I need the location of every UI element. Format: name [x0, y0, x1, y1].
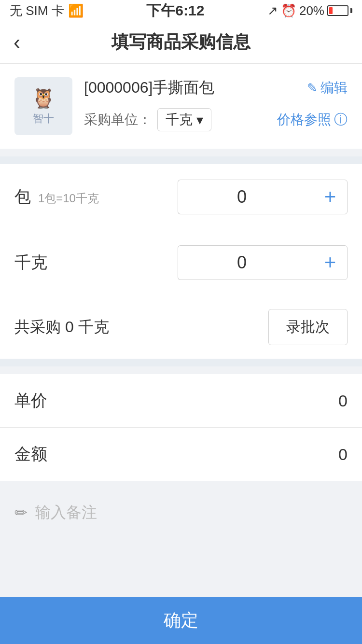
product-image: 🦉 智十: [14, 77, 72, 135]
summary-unit: 千克: [78, 318, 109, 336]
section-divider-2: [0, 359, 362, 366]
amount-row: 金额 0: [0, 428, 362, 481]
unit-price-label: 单价: [14, 390, 47, 412]
unit-price-value: 0: [338, 392, 348, 410]
bag-sublabel: 1包=10千克: [38, 192, 99, 205]
product-logo-icon: 🦉: [31, 87, 56, 110]
status-left: 无 SIM 卡 📶: [10, 2, 84, 19]
kg-label: 千克: [14, 252, 47, 274]
summary-row: 共采购 0 千克 录批次: [0, 295, 362, 359]
kg-input-group: +: [178, 245, 348, 280]
bag-input-group: +: [178, 180, 348, 214]
unit-label: 采购单位：: [84, 111, 152, 129]
battery-percent: 20%: [299, 3, 324, 18]
remarks-placeholder: 输入备注: [35, 502, 97, 523]
kg-input[interactable]: [178, 245, 313, 280]
back-button[interactable]: ‹: [14, 32, 20, 53]
price-ref-icon: ⓘ: [334, 111, 348, 129]
bag-label-group: 包 1包=10千克: [14, 186, 99, 208]
bag-plus-button[interactable]: +: [313, 180, 348, 214]
bag-input[interactable]: [178, 180, 313, 214]
price-reference-button[interactable]: 价格参照 ⓘ: [277, 111, 348, 129]
unit-row: 采购单位： 千克 ▾: [84, 108, 211, 131]
unit-dropdown-icon: ▾: [196, 112, 203, 128]
status-time: 下午6:12: [146, 1, 204, 21]
form-section-kg: 千克 +: [0, 230, 362, 295]
form-section-bag: 包 1包=10千克 +: [0, 164, 362, 230]
sim-signal: 无 SIM 卡: [10, 2, 64, 19]
battery-icon: [327, 5, 352, 16]
kg-plus-button[interactable]: +: [313, 245, 348, 280]
kg-row: 千克 +: [0, 230, 362, 295]
summary-text: 共采购 0 千克: [14, 317, 109, 338]
nav-bar: ‹ 填写商品采购信息: [0, 21, 362, 64]
page-title: 填写商品采购信息: [111, 30, 251, 54]
unit-value: 千克: [166, 111, 193, 129]
edit-label: 编辑: [320, 79, 348, 97]
wifi-icon: 📶: [68, 3, 84, 18]
pencil-icon: ✏: [14, 504, 28, 522]
unit-price-row: 单价 0: [0, 374, 362, 428]
location-icon: ↗: [267, 3, 278, 18]
price-section: 单价 0 金额 0: [0, 374, 362, 481]
edit-icon: ✎: [307, 81, 318, 96]
summary-amount: 0: [65, 318, 78, 336]
bag-row: 包 1包=10千克 +: [0, 164, 362, 230]
status-bar: 无 SIM 卡 📶 下午6:12 ↗ ⏰ 20%: [0, 0, 362, 21]
amount-label: 金额: [14, 443, 47, 465]
price-ref-label: 价格参照: [277, 111, 331, 129]
summary-label: 共采购: [14, 318, 65, 336]
product-logo-text: 智十: [33, 112, 54, 126]
unit-select[interactable]: 千克 ▾: [157, 108, 211, 131]
confirm-button[interactable]: 确定: [0, 597, 362, 644]
product-name: [0000006]手撕面包: [84, 77, 214, 98]
amount-value: 0: [338, 445, 348, 464]
remarks-section[interactable]: ✏ 输入备注: [0, 489, 362, 537]
edit-button[interactable]: ✎ 编辑: [307, 79, 348, 97]
status-right: ↗ ⏰ 20%: [267, 3, 352, 18]
confirm-button-label: 确定: [164, 609, 198, 632]
bag-label: 包: [14, 187, 31, 206]
alarm-icon: ⏰: [281, 3, 296, 18]
product-info: [0000006]手撕面包 ✎ 编辑 采购单位： 千克 ▾ 价格参照 ⓘ: [84, 77, 348, 131]
section-divider-1: [0, 156, 362, 164]
record-batch-button[interactable]: 录批次: [268, 309, 348, 345]
product-card: 🦉 智十 [0000006]手撕面包 ✎ 编辑 采购单位： 千克 ▾: [0, 64, 362, 149]
